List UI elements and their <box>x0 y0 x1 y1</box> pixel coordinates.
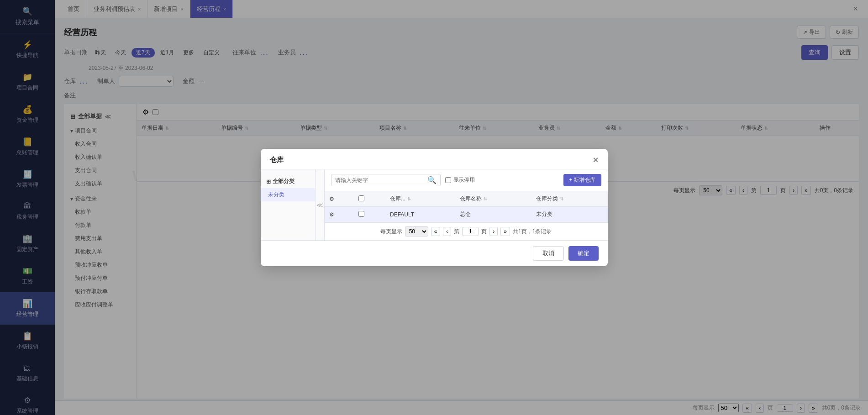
modal-search-input[interactable] <box>335 177 425 184</box>
modal-last-btn[interactable]: » <box>500 227 510 236</box>
modal-pagination: 每页显示 50100200 « ‹ 第 页 › » 共1页，1条记录 <box>325 222 608 240</box>
modal-header: 仓库 × <box>261 149 608 169</box>
modal-search-icon[interactable]: 🔍 <box>427 176 437 184</box>
modal-col-category: 仓库分类⇅ <box>531 191 608 207</box>
modal-grid-icon: ⊞ <box>266 179 271 185</box>
show-disabled-checkbox[interactable] <box>445 177 451 183</box>
modal-body: ⊞ 全部分类 未分类 ≪ 🔍 显示停用 <box>261 169 608 240</box>
table-row[interactable]: ⚙ DEFAULT 总仓 未分类 <box>325 207 608 222</box>
cancel-button[interactable]: 取消 <box>533 246 564 261</box>
modal-row-code: DEFAULT <box>385 207 455 222</box>
modal-collapse-btn[interactable]: ≪ <box>316 169 325 240</box>
modal-col-checkbox <box>354 191 385 207</box>
modal-close-icon[interactable]: × <box>593 155 599 164</box>
collapse-icon: ≪ <box>316 201 323 209</box>
modal-title: 仓库 <box>270 156 284 164</box>
show-disabled-label[interactable]: 显示停用 <box>445 176 475 184</box>
modal-warehouse-table: ⚙ 仓库...⇅ 仓库名称⇅ 仓库分类⇅ ⚙ DEFAULT <box>325 191 608 222</box>
modal-table-wrap: ⚙ 仓库...⇅ 仓库名称⇅ 仓库分类⇅ ⚙ DEFAULT <box>325 191 608 222</box>
modal-left-panel: ⊞ 全部分类 未分类 <box>261 169 316 240</box>
modal-right-panel: 🔍 显示停用 + 新增仓库 ⚙ 仓库...⇅ <box>325 169 608 240</box>
modal-page-suffix: 页 <box>481 228 487 236</box>
modal-select-all[interactable] <box>358 195 364 201</box>
modal-footer: 取消 确定 <box>261 240 608 266</box>
modal-per-page-select[interactable]: 50100200 <box>405 226 428 236</box>
confirm-button[interactable]: 确定 <box>568 246 599 261</box>
modal-col-name: 仓库名称⇅ <box>455 191 531 207</box>
modal-table-header: ⚙ 仓库...⇅ 仓库名称⇅ 仓库分类⇅ <box>325 191 608 207</box>
modal-col-settings[interactable]: ⚙ <box>325 191 354 207</box>
modal-row-settings[interactable]: ⚙ <box>325 207 354 222</box>
modal-total-label: 共1页，1条记录 <box>513 228 552 236</box>
modal-row-checkbox[interactable] <box>354 207 385 222</box>
add-warehouse-button[interactable]: + 新增仓库 <box>563 174 601 186</box>
modal-next-btn[interactable]: › <box>489 227 498 236</box>
warehouse-modal: 仓库 × ⊞ 全部分类 未分类 ≪ 🔍 <box>261 149 608 266</box>
modal-first-btn[interactable]: « <box>431 227 441 236</box>
modal-page-input[interactable] <box>462 227 479 236</box>
modal-page-label: 第 <box>454 228 459 236</box>
modal-row-category: 未分类 <box>531 207 608 222</box>
modal-per-page-label: 每页显示 <box>380 228 402 236</box>
modal-row-name: 总仓 <box>455 207 531 222</box>
modal-category-header[interactable]: ⊞ 全部分类 <box>261 175 315 188</box>
modal-prev-btn[interactable]: ‹ <box>443 227 451 236</box>
modal-overlay: 仓库 × ⊞ 全部分类 未分类 ≪ 🔍 <box>0 0 868 415</box>
modal-toolbar: 🔍 显示停用 + 新增仓库 <box>325 169 608 191</box>
modal-col-code: 仓库...⇅ <box>385 191 455 207</box>
modal-category-unclassified[interactable]: 未分类 <box>261 188 315 201</box>
modal-search-box: 🔍 <box>331 174 441 186</box>
